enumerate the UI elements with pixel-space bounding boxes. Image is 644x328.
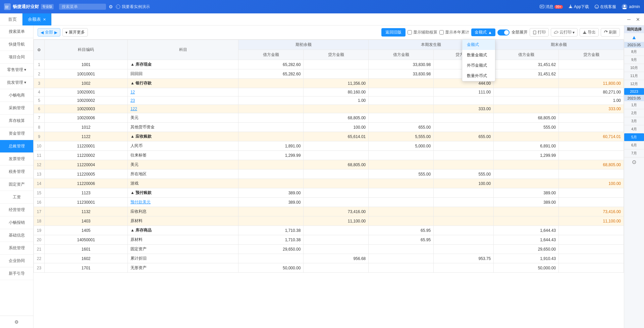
- subject-name: 美元: [127, 160, 238, 170]
- sidebar-item-ledger[interactable]: 总账管理: [0, 140, 33, 153]
- sidebar-item-fixed-assets[interactable]: 固定资产: [0, 178, 33, 191]
- sidebar-item-enterprise[interactable]: 企业协同: [0, 255, 33, 267]
- tab-balance[interactable]: 余额表 ✕: [22, 13, 52, 25]
- app-download-btn[interactable]: App下载: [568, 4, 589, 10]
- period-month-1[interactable]: 1月: [624, 101, 644, 109]
- table-row: 11001▲ 库存现金65,282.6033,830.9831,451.62: [34, 60, 624, 69]
- sidebar-item-wholesale[interactable]: 批发管理 ▾: [0, 76, 33, 89]
- subject-name[interactable]: ▲ 应收账款: [127, 132, 238, 141]
- subject-name[interactable]: ▲ 银行存款: [127, 79, 238, 88]
- cloud-print-btn[interactable]: 云打印 ▾: [551, 28, 578, 37]
- sidebar-item-purchase[interactable]: 采购管理: [0, 102, 33, 115]
- settings-col-header[interactable]: ⚙: [34, 40, 45, 60]
- online-service-btn[interactable]: 在线客服: [594, 4, 616, 10]
- message-icon: [540, 4, 544, 9]
- period-collapse-btn[interactable]: ⊙: [624, 157, 644, 167]
- tab-close-btn[interactable]: ✕: [43, 13, 46, 25]
- subject-code: 1122: [45, 132, 128, 141]
- svg-rect-4: [540, 5, 544, 8]
- period-credit-cell: 655.00: [434, 132, 494, 141]
- sidebar-settings-btn[interactable]: ⚙: [0, 316, 33, 328]
- subject-name[interactable]: ▲ 预付账款: [127, 188, 238, 198]
- dropdown-item-qty-amount[interactable]: 数量金额式: [462, 50, 495, 60]
- closing-debit-cell: [494, 160, 559, 170]
- settings-gear[interactable]: ⚙: [109, 4, 113, 9]
- sidebar-item-project[interactable]: 项目合同: [0, 51, 33, 64]
- sidebar-item-sys-mgmt[interactable]: 系统管理: [0, 242, 33, 255]
- toolbar-left: ◀ 全部 ▶ ▾ 展开更多: [38, 28, 379, 37]
- subject-code: 10020001: [45, 88, 128, 96]
- all-filter-btn[interactable]: ◀ 全部 ▶: [38, 28, 60, 37]
- opening-credit-cell: 68,805.00: [304, 113, 369, 123]
- subject-name[interactable]: 预付款美元: [127, 198, 238, 207]
- period-credit-cell: [434, 216, 494, 226]
- close-window-btn[interactable]: ✕: [635, 17, 641, 22]
- closing-credit-cell: [559, 69, 624, 79]
- period-up-btn[interactable]: ▲: [624, 33, 644, 42]
- sidebar-item-shortcut[interactable]: 快捷导航: [0, 38, 33, 51]
- row-number: 15: [34, 188, 45, 198]
- sidebar-item-sales[interactable]: 小畅报销: [0, 216, 33, 229]
- cloud-icon: [554, 30, 558, 35]
- period-month-4[interactable]: 4月: [624, 125, 644, 133]
- subject-name[interactable]: 23: [127, 96, 238, 105]
- sidebar-item-tax[interactable]: 税务管理: [0, 166, 33, 178]
- year-accum-label[interactable]: 显示本年累计: [439, 29, 469, 35]
- sidebar-item-base-info[interactable]: 基础信息: [0, 229, 33, 242]
- sidebar-item-search[interactable]: 搜索菜单: [0, 25, 33, 38]
- sidebar-item-operations[interactable]: 经营管理: [0, 204, 33, 216]
- export-btn[interactable]: 导出: [580, 28, 599, 37]
- sidebar-item-beginner[interactable]: 新手引导: [0, 267, 33, 280]
- period-month-6[interactable]: 6月: [624, 141, 644, 149]
- period-year-2023[interactable]: 2023: [624, 88, 644, 95]
- toggle-track[interactable]: [497, 29, 509, 36]
- expand-toggle[interactable]: 全部展开: [497, 29, 528, 36]
- aux-check-label[interactable]: 显示辅助核算: [408, 29, 437, 35]
- period-month-11[interactable]: 11月: [624, 72, 644, 80]
- messages-btn[interactable]: 消息 99+: [540, 4, 563, 10]
- period-month-2[interactable]: 2月: [624, 109, 644, 117]
- user-avatar[interactable]: admin: [622, 4, 640, 10]
- sidebar-item-invoice[interactable]: 发票管理: [0, 153, 33, 166]
- subject-name[interactable]: ▲ 库存现金: [127, 60, 238, 69]
- year-accum-checkbox[interactable]: [439, 30, 444, 35]
- subject-name[interactable]: ▲ 库存商品: [127, 226, 238, 235]
- search-input[interactable]: [59, 4, 106, 10]
- print-btn[interactable]: 打印: [530, 28, 549, 37]
- sidebar-item-inventory[interactable]: 库存核算: [0, 115, 33, 127]
- period-month-9[interactable]: 9月: [624, 56, 644, 64]
- dropdown-item-qty-foreign[interactable]: 数量外币式: [462, 71, 495, 81]
- sidebar-item-capital[interactable]: 资金管理: [0, 127, 33, 140]
- subject-name[interactable]: 12: [127, 88, 238, 96]
- sidebar-item-ecommerce[interactable]: 小畅电商: [0, 89, 33, 102]
- period-month-3[interactable]: 3月: [624, 117, 644, 125]
- refresh-btn[interactable]: 刷新: [601, 28, 620, 37]
- tab-bar: 首页 余额表 ✕ ─ ✕: [0, 13, 644, 25]
- return-old-btn[interactable]: 返回旧版: [381, 28, 406, 37]
- period-month-5[interactable]: 5月: [624, 133, 644, 141]
- period-month-7[interactable]: 7月: [624, 149, 644, 157]
- sidebar-item-salary[interactable]: 工资: [0, 191, 33, 204]
- tab-home[interactable]: 首页: [3, 13, 22, 25]
- closing-debit-cell: 1,644.43: [494, 226, 559, 235]
- closing-debit-cell: 31,451.62: [494, 60, 559, 69]
- period-month-12[interactable]: 12月: [624, 80, 644, 88]
- subject-name[interactable]: 122: [127, 105, 238, 113]
- period-debit-cell: [369, 198, 434, 207]
- expand-more-btn[interactable]: ▾ 展开更多: [62, 28, 88, 37]
- row-number: 13: [34, 170, 45, 179]
- dropdown-item-amount[interactable]: 金额式: [462, 40, 495, 50]
- amount-type-btn[interactable]: 金额式 ▲: [471, 28, 495, 36]
- dropdown-item-foreign-amount[interactable]: 外币金额式: [462, 60, 495, 71]
- subject-code: 1403: [45, 216, 128, 226]
- minimize-btn[interactable]: ─: [626, 17, 632, 22]
- table-row: 151123▲ 预付账款389.00389.00: [34, 188, 624, 198]
- aux-checkbox[interactable]: [408, 30, 412, 35]
- period-month-8[interactable]: 8月: [624, 48, 644, 56]
- period-month-10[interactable]: 10月: [624, 64, 644, 72]
- demo-link[interactable]: i 我要看实例演示: [116, 4, 150, 10]
- opening-credit-cell: [304, 151, 369, 160]
- period-year-bottom: 2023.05: [624, 95, 644, 101]
- period-debit-cell: 33,830.98: [369, 69, 434, 79]
- sidebar-item-retail[interactable]: 零售管理 ▾: [0, 64, 33, 76]
